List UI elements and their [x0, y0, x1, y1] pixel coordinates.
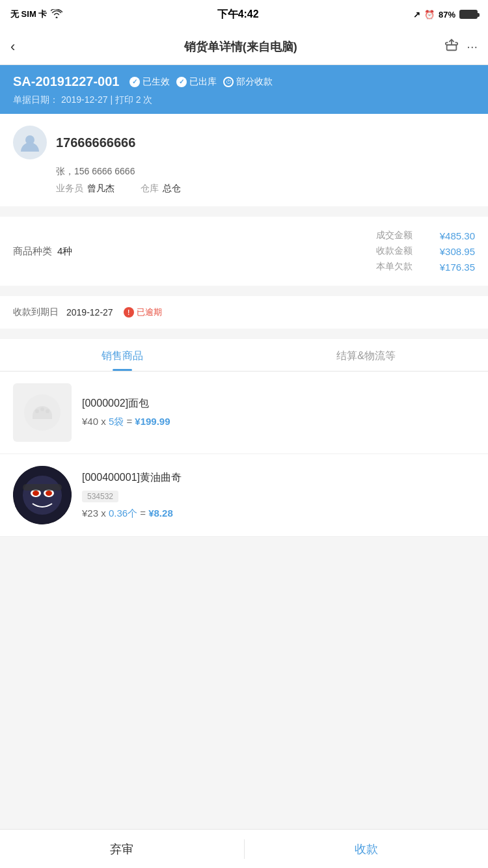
- product-qty-2: 0.36个: [109, 508, 137, 519]
- received-value: ¥308.95: [423, 246, 475, 257]
- list-item: [0000002]面包 ¥40 x 5袋 = ¥199.99: [0, 372, 488, 454]
- tab-settlement[interactable]: 结算&物流等: [244, 339, 488, 371]
- product-name-1: [0000002]面包: [82, 397, 475, 411]
- battery-text: 87%: [439, 10, 455, 20]
- divider-3: [0, 334, 488, 339]
- received-label: 收款金额: [376, 245, 413, 257]
- svg-point-7: [23, 476, 62, 515]
- amount-row: 成交金额 ¥485.30: [376, 230, 475, 241]
- product-qty-1: 5袋: [109, 416, 124, 427]
- divider-2: [0, 291, 488, 296]
- clock-icon: ⏱: [223, 77, 234, 87]
- salesperson-info: 业务员 曾凡杰: [56, 183, 115, 195]
- more-icon[interactable]: ···: [467, 39, 478, 54]
- product-thumbnail-2: [13, 466, 72, 524]
- product-sku-2: 534532: [82, 491, 118, 502]
- product-price-2: ¥23 x 0.36个 = ¥8.28: [82, 508, 475, 520]
- order-id: SA-20191227-001: [13, 74, 119, 89]
- debt-label: 本单欠款: [376, 261, 413, 273]
- svg-point-5: [46, 409, 49, 413]
- due-date-value: 2019-12-27: [66, 307, 113, 318]
- overdue-text: 已逾期: [137, 306, 162, 318]
- badge-active: ✓ 已生效: [129, 76, 170, 88]
- amount-label: 成交金额: [376, 230, 413, 241]
- product-count-value: 4种: [57, 245, 72, 258]
- check-icon-1: ✓: [129, 77, 140, 87]
- status-badges: ✓ 已生效 ✓ 已出库 ⏱ 部分收款: [129, 76, 273, 88]
- product-price-1: ¥40 x 5袋 = ¥199.99: [82, 416, 475, 428]
- alarm-icon: ⏰: [424, 10, 435, 20]
- product-count: 商品种类 4种: [13, 245, 244, 258]
- page-title: 销货单详情(来自电脑): [36, 39, 444, 55]
- tabs: 销售商品 结算&物流等: [0, 339, 488, 372]
- svg-rect-12: [23, 484, 62, 491]
- customer-contact: 张，156 6666 6666: [13, 166, 475, 178]
- customer-card: 17666666666 张，156 6666 6666 业务员 曾凡杰 仓库 总…: [0, 114, 488, 206]
- warehouse-info: 仓库 总仓: [141, 183, 181, 195]
- financial-stats: 成交金额 ¥485.30 收款金额 ¥308.95 本单欠款 ¥176.35: [244, 230, 475, 273]
- svg-rect-0: [447, 45, 457, 50]
- product-name-2: [000400001]黄油曲奇: [82, 471, 475, 485]
- svg-point-11: [46, 491, 52, 496]
- battery-icon: [459, 10, 478, 19]
- product-total-1: ¥199.99: [135, 416, 170, 427]
- product-info-1: [0000002]面包 ¥40 x 5袋 = ¥199.99: [82, 397, 475, 428]
- received-row: 收款金额 ¥308.95: [376, 245, 475, 257]
- pay-button[interactable]: 收款: [245, 830, 489, 868]
- svg-point-4: [40, 407, 44, 411]
- debt-value: ¥176.35: [423, 262, 475, 273]
- due-date-card: 收款到期日 2019-12-27 ! 已逾期: [0, 296, 488, 329]
- status-right: ↗ ⏰ 87%: [413, 10, 478, 20]
- due-label: 收款到期日: [13, 306, 59, 318]
- warehouse-label: 仓库: [141, 183, 159, 195]
- warehouse-value: 总仓: [163, 183, 181, 195]
- salesperson-label: 业务员: [56, 183, 83, 195]
- amount-value: ¥485.30: [423, 230, 475, 241]
- back-button[interactable]: ‹: [10, 38, 36, 55]
- bottom-spacer: [0, 537, 488, 582]
- badge-shipped: ✓ 已出库: [176, 76, 217, 88]
- salesperson-value: 曾凡杰: [87, 183, 115, 195]
- wifi-icon: [51, 9, 62, 20]
- status-time: 下午4:42: [217, 8, 259, 21]
- order-banner: SA-20191227-001 ✓ 已生效 ✓ 已出库 ⏱ 部分收款 单据日期：…: [0, 65, 488, 114]
- check-icon-2: ✓: [176, 77, 187, 87]
- list-item: [000400001]黄油曲奇 534532 ¥23 x 0.36个 = ¥8.…: [0, 454, 488, 537]
- customer-phone: 17666666666: [56, 135, 135, 150]
- stats-card: 商品种类 4种 成交金额 ¥485.30 收款金额 ¥308.95 本单欠款 ¥…: [0, 217, 488, 286]
- nav-actions: ···: [444, 38, 478, 55]
- status-left: 无 SIM 卡: [10, 8, 62, 20]
- debt-row: 本单欠款 ¥176.35: [376, 261, 475, 273]
- banner-date-row: 单据日期： 2019-12-27 | 打印 2 次: [13, 94, 475, 106]
- cancel-button[interactable]: 弃审: [0, 830, 244, 868]
- location-icon: ↗: [413, 10, 420, 20]
- product-info-2: [000400001]黄油曲奇 534532 ¥23 x 0.36个 = ¥8.…: [82, 471, 475, 520]
- product-thumbnail-1: [13, 383, 72, 442]
- overdue-icon: !: [124, 307, 134, 318]
- divider-1: [0, 211, 488, 217]
- svg-point-3: [35, 409, 39, 413]
- badge-partial-payment: ⏱ 部分收款: [223, 76, 273, 88]
- tab-products[interactable]: 销售商品: [0, 339, 244, 371]
- product-total-2: ¥8.28: [148, 508, 173, 519]
- product-list: [0000002]面包 ¥40 x 5袋 = ¥199.99: [0, 372, 488, 537]
- status-bar: 无 SIM 卡 下午4:42 ↗ ⏰ 87%: [0, 0, 488, 29]
- nav-bar: ‹ 销货单详情(来自电脑) ···: [0, 29, 488, 65]
- share-icon[interactable]: [444, 38, 459, 55]
- carrier-text: 无 SIM 卡: [10, 8, 47, 20]
- bottom-bar: 弃审 收款: [0, 829, 488, 868]
- customer-meta: 业务员 曾凡杰 仓库 总仓: [13, 183, 475, 195]
- overdue-badge: ! 已逾期: [124, 306, 162, 318]
- svg-point-10: [33, 491, 39, 496]
- avatar: [13, 126, 47, 159]
